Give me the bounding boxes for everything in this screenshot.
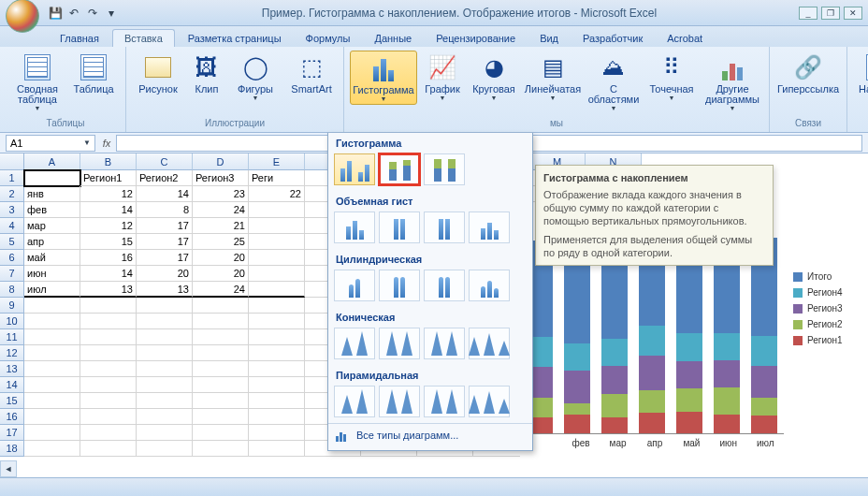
cell[interactable]: [249, 218, 305, 234]
cell[interactable]: [80, 345, 137, 361]
cell[interactable]: 12: [80, 218, 137, 234]
fx-icon[interactable]: fx: [97, 138, 116, 149]
row-header[interactable]: 10: [0, 314, 24, 329]
cell[interactable]: [249, 329, 305, 345]
cell[interactable]: [80, 441, 137, 457]
cell[interactable]: Реги: [249, 170, 305, 186]
row-header[interactable]: 6: [0, 250, 24, 266]
cone-100stacked-item[interactable]: [424, 328, 465, 359]
stacked-column-item[interactable]: [379, 153, 420, 185]
cyl-3d-item[interactable]: [469, 270, 510, 301]
col-header[interactable]: C: [137, 153, 193, 170]
cell[interactable]: [137, 298, 193, 314]
cell[interactable]: [249, 361, 305, 377]
smartart-button[interactable]: ⬚SmartArt: [285, 51, 338, 96]
col-header[interactable]: A: [24, 153, 80, 170]
cell[interactable]: 23: [193, 186, 249, 202]
scatter-chart-button[interactable]: ⠿Точечная▼: [645, 51, 698, 103]
cell[interactable]: [249, 409, 305, 425]
cell[interactable]: [24, 377, 80, 393]
tab-acrobat[interactable]: Acrobat: [656, 30, 714, 47]
tab-insert[interactable]: Вставка: [112, 29, 175, 47]
cell[interactable]: [24, 441, 80, 457]
col-header[interactable]: B: [80, 153, 137, 170]
cell[interactable]: Регион2: [137, 170, 193, 186]
100-stacked-column-item[interactable]: [424, 153, 465, 185]
cell[interactable]: [137, 329, 193, 345]
restore-button[interactable]: ❐: [821, 7, 840, 20]
clustered-column-item[interactable]: [334, 153, 375, 185]
cell[interactable]: [249, 393, 305, 409]
office-button[interactable]: [6, 0, 39, 33]
save-icon[interactable]: 💾: [47, 5, 64, 22]
close-button[interactable]: ✕: [844, 7, 862, 20]
3d-column-item[interactable]: [469, 212, 510, 243]
row-header[interactable]: 16: [0, 409, 24, 425]
cell[interactable]: [137, 345, 193, 361]
cell[interactable]: [249, 250, 305, 266]
qat-more-icon[interactable]: ▾: [103, 5, 120, 22]
cell[interactable]: [24, 170, 80, 186]
row-header[interactable]: 13: [0, 361, 24, 377]
tab-data[interactable]: Данные: [363, 30, 423, 47]
cell[interactable]: 13: [80, 282, 137, 298]
cell[interactable]: [80, 329, 137, 345]
cell[interactable]: 14: [80, 202, 137, 218]
column-chart-button[interactable]: Гистограмма▼: [350, 51, 417, 105]
row-header[interactable]: 18: [0, 441, 24, 457]
cell[interactable]: 22: [249, 186, 305, 202]
cell[interactable]: 20: [137, 266, 193, 282]
cell[interactable]: [24, 361, 80, 377]
cell[interactable]: [193, 314, 249, 329]
minimize-button[interactable]: _: [799, 7, 817, 20]
cell[interactable]: [193, 425, 249, 441]
cell[interactable]: [193, 298, 249, 314]
tab-home[interactable]: Главная: [49, 30, 110, 47]
cyl-clustered-item[interactable]: [334, 270, 375, 301]
cell[interactable]: 20: [193, 266, 249, 282]
row-header[interactable]: 1: [0, 170, 24, 186]
clip-button[interactable]: 🖼Клип: [188, 51, 225, 96]
cell[interactable]: [80, 393, 137, 409]
cell[interactable]: [137, 393, 193, 409]
3d-100stacked-item[interactable]: [424, 212, 465, 243]
row-header[interactable]: 12: [0, 345, 24, 361]
cell[interactable]: [80, 409, 137, 425]
row-header[interactable]: 15: [0, 393, 24, 409]
cell[interactable]: [249, 266, 305, 282]
cell[interactable]: 13: [137, 282, 193, 298]
cell[interactable]: 24: [193, 282, 249, 298]
pie-chart-button[interactable]: ◕Круговая▼: [468, 51, 520, 103]
cell[interactable]: [24, 298, 80, 314]
row-header[interactable]: 3: [0, 202, 24, 218]
cell[interactable]: мар: [24, 218, 80, 234]
hyperlink-button[interactable]: 🔗Гиперссылка: [775, 51, 841, 96]
cell[interactable]: 15: [80, 234, 137, 250]
3d-stacked-item[interactable]: [379, 212, 420, 243]
cell[interactable]: [80, 298, 137, 314]
cyl-100stacked-item[interactable]: [424, 270, 465, 301]
cell[interactable]: [24, 409, 80, 425]
cell[interactable]: [24, 425, 80, 441]
pyr-clustered-item[interactable]: [334, 386, 375, 417]
cell[interactable]: [80, 314, 137, 329]
row-header[interactable]: 17: [0, 425, 24, 441]
row-header[interactable]: 7: [0, 266, 24, 282]
cell[interactable]: Регион3: [193, 170, 249, 186]
cell[interactable]: 21: [193, 218, 249, 234]
cell[interactable]: фев: [24, 202, 80, 218]
cell[interactable]: 24: [193, 202, 249, 218]
cell[interactable]: апр: [24, 234, 80, 250]
tab-formulas[interactable]: Формулы: [295, 30, 362, 47]
row-header[interactable]: 14: [0, 377, 24, 393]
cell[interactable]: 17: [137, 234, 193, 250]
cone-stacked-item[interactable]: [379, 328, 420, 359]
tab-page-layout[interactable]: Разметка страницы: [177, 30, 293, 47]
row-header[interactable]: 5: [0, 234, 24, 250]
cyl-stacked-item[interactable]: [379, 270, 420, 301]
pyr-stacked-item[interactable]: [379, 386, 420, 417]
cell[interactable]: [80, 425, 137, 441]
table-button[interactable]: Таблица: [67, 51, 120, 96]
cell[interactable]: [80, 377, 137, 393]
cell[interactable]: [249, 202, 305, 218]
